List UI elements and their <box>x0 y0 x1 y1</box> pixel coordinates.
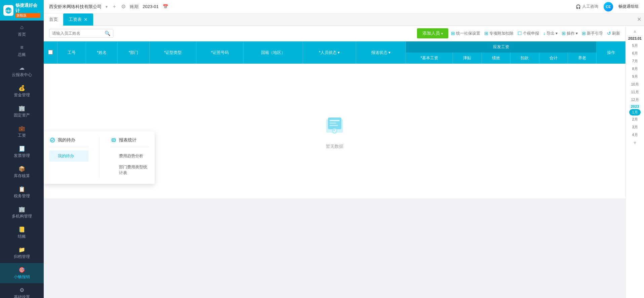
company-dropdown-arrow[interactable]: ▾ <box>106 4 108 9</box>
add-person-button[interactable]: 添加人员 ▾ <box>417 28 448 38</box>
tax-icon: 📋 <box>18 186 25 192</box>
timeline-month-8[interactable]: 8月 <box>632 65 638 73</box>
sidebar-item-fund[interactable]: 💰 资金管理 <box>0 81 44 101</box>
popup-section-todo-header: 我的待办 <box>49 137 88 147</box>
timeline-month-6[interactable]: 6月 <box>632 49 638 57</box>
logo-text: 畅捷通好会计 <box>15 3 40 13</box>
timeline-month-11[interactable]: 11月 <box>631 88 639 96</box>
timeline-next-button[interactable]: ▼ <box>631 139 639 147</box>
salary-table: 工号 *姓名 *部门 *证型类型 *证照号码 国籍（地区） *人员状态 ▾ 报送… <box>44 41 626 64</box>
popup-item-dept-cost[interactable]: 部门费用类型统计表 <box>110 162 150 178</box>
tab-close-icon[interactable]: ✕ <box>84 17 88 22</box>
sidebar-item-label: 发票管理 <box>14 153 30 159</box>
sidebar-item-archive[interactable]: 📁 归档管理 <box>0 243 44 263</box>
special-deduction-icon: ⊞ <box>484 31 488 36</box>
sidebar-logo[interactable]: 好会计 畅捷通好会计 旗舰版 <box>0 0 44 21</box>
sidebar-item-invoice[interactable]: 🧾 发票管理 <box>0 142 44 162</box>
popup-item-todo[interactable]: 我的待办 <box>49 151 88 162</box>
sidebar-item-home[interactable]: ⌂ 首页 <box>0 21 44 41</box>
refresh-button[interactable]: ↺ 刷新 <box>607 31 620 36</box>
timeline-month-12[interactable]: 12月 <box>631 96 639 104</box>
svg-rect-9 <box>112 139 115 141</box>
period-calendar-icon[interactable]: 📅 <box>163 4 168 9</box>
search-icon[interactable]: 🔍 <box>105 31 110 36</box>
service-button[interactable]: 🎧 人工咨询 <box>576 4 598 9</box>
col-status[interactable]: *人员状态 ▾ <box>303 41 356 64</box>
popup-menu: 我的待办 我的待办 报表统计 费用趋势分析 部门费用类型统计表 <box>44 131 155 184</box>
timeline-month-9[interactable]: 9月 <box>632 73 638 80</box>
sidebar-item-label: 固定资产 <box>14 112 30 118</box>
col-dept: *部门 <box>118 41 149 64</box>
sidebar-item-label: 库存核算 <box>14 173 30 179</box>
col-name: *姓名 <box>86 41 117 64</box>
col-employee-id: 工号 <box>57 41 86 64</box>
search-input[interactable] <box>52 31 103 36</box>
tab-bar: 首页 工资表 ✕ ✕ <box>44 13 644 26</box>
user-avatar[interactable]: CE <box>604 2 613 11</box>
expense-icon: 🎯 <box>18 266 25 273</box>
sidebar-item-assets[interactable]: 🏢 固定资产 <box>0 101 44 122</box>
report-section-icon <box>110 137 117 143</box>
sidebar-item-multi-org[interactable]: 🏢 多机构管理 <box>0 202 44 223</box>
operation-button[interactable]: ⊞ 操作 ▾ <box>562 31 578 36</box>
timeline-month-10[interactable]: 10月 <box>631 80 639 88</box>
sidebar-item-ledger[interactable]: ≡ 总账 <box>0 41 44 61</box>
timeline-month-7[interactable]: 7月 <box>632 57 638 65</box>
assets-icon: 🏢 <box>18 105 25 111</box>
period-label: 账期 <box>130 4 139 10</box>
timeline-month-3[interactable]: 3月 <box>632 123 638 131</box>
export-arrow-icon: ▾ <box>556 31 558 36</box>
sidebar-item-settings[interactable]: ⚙ 基础设置 <box>0 283 44 298</box>
tab-bar-close-icon[interactable]: ✕ <box>637 16 641 23</box>
timeline-sidebar: ▲ 2023.01 5月 6月 7月 8月 9月 10月 11月 12月 202… <box>626 26 644 298</box>
sidebar-item-label: 总账 <box>18 52 26 58</box>
toolbar-actions: ⊞ 统一社保设置 ⊞ 专项附加扣除 ☐ 个税申报 ↓ 导出 ▾ <box>451 31 620 36</box>
sidebar-item-closing[interactable]: 📒 结账 <box>0 223 44 243</box>
timeline-month-4[interactable]: 4月 <box>632 131 638 139</box>
company-settings-button[interactable]: ⚙ <box>121 3 126 10</box>
operation-label: 操作 <box>567 31 575 36</box>
popup-item-cost-trend[interactable]: 费用趋势分析 <box>110 151 150 162</box>
guide-button[interactable]: ⊞ 新手引导 <box>582 31 603 36</box>
sidebar-item-label: 云报表中心 <box>12 72 32 78</box>
guide-action-icon: ⊞ <box>582 31 586 36</box>
toolbar: 🔍 添加人员 ▾ ⊞ 统一社保设置 ⊞ 专项附加扣除 ☐ <box>44 26 626 41</box>
empty-icon <box>321 112 348 139</box>
popup-section-report-header: 报表统计 <box>110 137 150 147</box>
col-actions-header: 操作 <box>597 41 626 64</box>
timeline-prev-button[interactable]: ▲ <box>631 27 639 35</box>
sidebar-item-inventory[interactable]: 📦 库存核算 <box>0 162 44 182</box>
col-report-status[interactable]: 报送状态 ▾ <box>356 41 406 64</box>
sidebar-item-salary[interactable]: 💼 工资 <box>0 122 44 142</box>
checkbox-header[interactable] <box>44 41 57 64</box>
social-security-button[interactable]: ⊞ 统一社保设置 <box>451 31 480 36</box>
timeline-month-1[interactable]: 1月 <box>629 109 640 115</box>
salary-icon: 💼 <box>18 125 25 132</box>
avatar-text: CE <box>606 5 611 9</box>
tab-home[interactable]: 首页 <box>44 13 63 26</box>
todo-section-title: 我的待办 <box>58 137 75 143</box>
export-button[interactable]: ↓ 导出 ▾ <box>543 31 558 36</box>
sidebar-item-expense[interactable]: 🎯 小畅报销 <box>0 263 44 283</box>
special-deduction-label: 专项附加扣除 <box>489 31 514 36</box>
tab-salary[interactable]: 工资表 ✕ <box>63 13 93 26</box>
guide-label: 新手引导 <box>587 31 603 36</box>
svg-text:好会计: 好会计 <box>5 9 12 12</box>
tax-filing-button[interactable]: ☐ 个税申报 <box>518 31 539 36</box>
refresh-icon: ↺ <box>607 31 611 36</box>
sidebar: 好会计 畅捷通好会计 旗舰版 ⌂ 首页 ≡ 总账 ☁ 云报表中心 💰 资金管理 … <box>0 0 44 298</box>
headset-icon: 🎧 <box>576 4 581 9</box>
table-header-row1: 工号 *姓名 *部门 *证型类型 *证照号码 国籍（地区） *人员状态 ▾ 报送… <box>44 41 626 53</box>
sidebar-item-cloud-report[interactable]: ☁ 云报表中心 <box>0 61 44 81</box>
archive-icon: 📁 <box>18 246 25 253</box>
timeline-month-2[interactable]: 2月 <box>632 115 638 123</box>
special-deduction-button[interactable]: ⊞ 专项附加扣除 <box>484 31 514 36</box>
timeline-month-5[interactable]: 5月 <box>632 42 638 49</box>
sidebar-item-tax[interactable]: 📋 税务管理 <box>0 182 44 202</box>
export-icon: ↓ <box>543 31 545 36</box>
add-person-label: 添加人员 <box>422 30 440 36</box>
invoice-icon: 🧾 <box>18 145 25 152</box>
user-name: 畅捷通组组 <box>618 4 639 9</box>
add-company-button[interactable]: ＋ <box>112 3 117 10</box>
select-all-checkbox[interactable] <box>48 50 53 55</box>
